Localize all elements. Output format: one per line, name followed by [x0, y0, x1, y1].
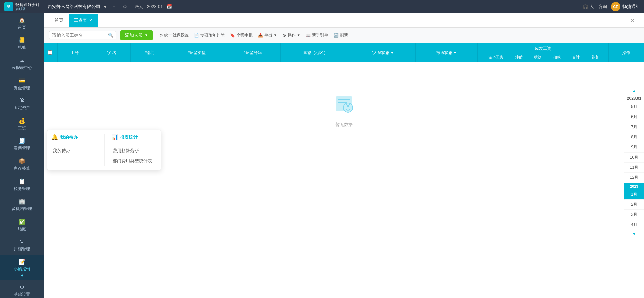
tab-close-icon[interactable]: ✕: [89, 18, 92, 23]
avatar: CE: [611, 2, 620, 11]
special-deduction-btn[interactable]: 📄 专项附加扣除: [194, 32, 225, 38]
tab-salary-label: 工资表: [74, 17, 87, 23]
sidebar-item-tax[interactable]: 📋 税务管理: [0, 175, 44, 195]
tab-salary-table[interactable]: 工资表 ✕: [69, 14, 98, 27]
sidebar-label-funds: 资金管理: [14, 85, 30, 91]
svg-rect-1: [338, 99, 350, 100]
operations-btn[interactable]: ⚙ 操作 ▼: [282, 32, 300, 38]
header-department: *部门: [131, 43, 169, 62]
cloud-icon: ☁: [19, 57, 25, 64]
logo-main-text: 畅捷通好会计: [15, 2, 40, 7]
cal-month-9[interactable]: 9月: [624, 142, 644, 153]
cal-month-10[interactable]: 10月: [624, 153, 644, 163]
logo-icon: 畅: [4, 2, 13, 11]
empty-text: 暂无数据: [335, 122, 353, 128]
cal-month-3[interactable]: 3月: [624, 210, 644, 220]
sidebar-item-xiaochang[interactable]: 📝 小畅报销 ◀: [0, 255, 44, 280]
cal-month-1-active[interactable]: 1月: [624, 190, 644, 200]
social-security-btn[interactable]: ⚙ 统一社保设置: [159, 32, 189, 38]
sidebar-item-home[interactable]: 🏠 首页: [0, 13, 44, 34]
add-company-btn[interactable]: ＋: [110, 2, 118, 11]
personal-tax-label: 个税申报: [236, 32, 253, 38]
sidebar-item-archive[interactable]: 🗂 归档管理: [0, 235, 44, 255]
company-settings-btn[interactable]: ⚙: [121, 3, 129, 11]
basic-settings-icon: ⚙: [20, 284, 24, 290]
home-icon: 🏠: [18, 17, 25, 23]
sidebar-label-fixed-assets: 固定资产: [14, 105, 30, 111]
todo-icon: 🔔: [51, 134, 58, 140]
header-send-status: 报送状态 ▼: [415, 43, 477, 62]
cal-month-6[interactable]: 6月: [624, 112, 644, 122]
service-btn[interactable]: 🎧 人工咨询: [583, 4, 607, 10]
cal-prev-nav[interactable]: ▲: [624, 87, 644, 95]
header-name: *姓名: [92, 43, 130, 62]
refresh-btn[interactable]: 🔄 刷新: [334, 32, 348, 38]
panel-link-dept-cost[interactable]: 部门费用类型统计表: [111, 156, 157, 166]
panel-divider: [104, 134, 105, 166]
sidebar-item-invoice[interactable]: 🧾 发票管理: [0, 134, 44, 155]
logo-area: 畅 畅捷通好会计 旗舰版: [4, 2, 48, 11]
cal-month-7[interactable]: 7月: [624, 122, 644, 132]
main-content: 工号 *姓名 *部门 *证鉴类型 *证鉴号码 国籍（地区） *人员状态 ▼ 报送…: [44, 43, 644, 298]
header-person-status: *人员状态 ▼: [350, 43, 415, 62]
cal-month-5[interactable]: 5月: [624, 102, 644, 112]
cal-month-12[interactable]: 12月: [624, 173, 644, 183]
search-box: 🔍: [49, 31, 116, 39]
subheader-base-salary: *基本工资: [487, 55, 503, 60]
logo-text: 畅捷通好会计 旗舰版: [15, 2, 40, 11]
close-panel-btn[interactable]: ✕: [626, 17, 639, 24]
export-btn[interactable]: 📤 导出 ▼: [258, 32, 277, 38]
add-person-btn[interactable]: 添加人员 ▼: [120, 30, 153, 40]
panel-link-my-todo[interactable]: 我的待办: [51, 146, 98, 156]
sidebar-label-inventory: 库存核算: [14, 166, 30, 171]
tax-icon: 📋: [18, 178, 25, 185]
sidebar-item-fixed-assets[interactable]: 🏗 固定资产: [0, 94, 44, 114]
social-security-icon: ⚙: [159, 33, 163, 38]
refresh-icon: 🔄: [334, 33, 339, 38]
sidebar-item-salary[interactable]: 💰 工资: [0, 114, 44, 134]
personal-tax-btn[interactable]: 🔖 个税申报: [230, 32, 253, 38]
sidebar-item-inventory[interactable]: 📦 库存核算: [0, 155, 44, 175]
header-nationality: 国籍（地区）: [281, 43, 350, 62]
search-input[interactable]: [52, 33, 106, 38]
sidebar-item-settlement[interactable]: ✅ 结账: [0, 215, 44, 235]
operations-label: 操作: [288, 32, 296, 38]
sidebar-label-tax: 税务管理: [14, 186, 30, 192]
sidebar-item-basic-settings[interactable]: ⚙ 基础设置: [0, 280, 44, 298]
sidebar-item-multi-org[interactable]: 🏢 多机构管理: [0, 195, 44, 215]
sidebar-label-basic-settings: 基础设置: [14, 292, 30, 297]
period-label: 账期 2023-01 📅: [135, 4, 172, 10]
calendar-panel: ▲ 2023.01 5月 6月 7月 8月 9月 10月 11月 12月 202…: [624, 87, 644, 238]
cal-month-4[interactable]: 4月: [624, 220, 644, 230]
sidebar-item-funds[interactable]: 💳 资金管理: [0, 74, 44, 94]
operations-icon: ⚙: [282, 33, 286, 38]
cal-next-nav[interactable]: ▼: [624, 230, 644, 238]
cal-month-8[interactable]: 8月: [624, 132, 644, 142]
subheader-deduction: 扣款: [553, 55, 561, 60]
panel-todo-title: 🔔 我的待办: [51, 134, 98, 142]
special-deduction-label: 专项附加扣除: [200, 32, 225, 38]
search-icon[interactable]: 🔍: [108, 33, 113, 38]
table-container: 工号 *姓名 *部门 *证鉴类型 *证鉴号码 国籍（地区） *人员状态 ▼ 报送…: [44, 43, 644, 298]
cal-month-2[interactable]: 2月: [624, 200, 644, 210]
sidebar-item-ledger[interactable]: 📒 总账: [0, 34, 44, 54]
company-name: 西安虾米网络科技有限公司: [48, 4, 100, 10]
sidebar-label-cloud: 云报表中心: [12, 65, 32, 71]
cal-month-11[interactable]: 11月: [624, 163, 644, 173]
new-guide-toolbar-btn[interactable]: 📖 新手引导: [306, 32, 328, 38]
calendar-icon[interactable]: 📅: [166, 4, 172, 9]
select-all-checkbox[interactable]: [48, 50, 52, 55]
header-id-type: *证鉴类型: [169, 43, 225, 62]
toolbar: 🔍 添加人员 ▼ ⚙ 统一社保设置 📄 专项附加扣除: [44, 28, 644, 43]
headset-icon: 🎧: [583, 4, 588, 9]
panel-col-report: 📊 报表统计 费用趋势分析 部门费用类型统计表: [111, 134, 157, 166]
tab-bar: 首页 工资表 ✕ ✕: [44, 13, 644, 28]
company-dropdown-icon[interactable]: ▼: [103, 4, 107, 9]
sidebar-item-cloud-report[interactable]: ☁ 云报表中心: [0, 54, 44, 74]
top-bar: 畅 畅捷通好会计 旗舰版 西安虾米网络科技有限公司 ▼ ＋ ⚙ 账期 2023-…: [0, 0, 644, 13]
operations-dropdown-icon: ▼: [297, 33, 300, 37]
fixed-assets-icon: 🏗: [19, 98, 25, 104]
tab-home[interactable]: 首页: [49, 14, 69, 27]
user-area[interactable]: CE 畅捷通组: [611, 2, 640, 11]
panel-link-cost-trend[interactable]: 费用趋势分析: [111, 146, 157, 156]
